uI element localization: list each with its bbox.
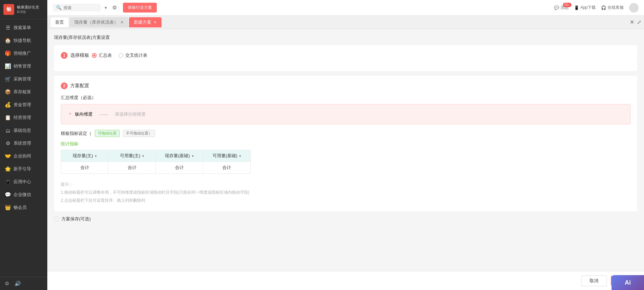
member-icon: 👑	[5, 204, 11, 211]
tips-text-1: 2.点击标题栏下拉可设置排序、插入列和删除列	[61, 196, 145, 204]
col-data-3: 合计	[203, 162, 250, 173]
sidebar-item-quick-nav[interactable]: 🏠 快捷导航	[0, 34, 47, 47]
sidebar-item-appcenter[interactable]: 📱 应用中心	[0, 175, 47, 188]
section2-title: 方案配置	[70, 83, 89, 89]
tab-inventory-status[interactable]: 现存量（库存状况表） ✕	[70, 17, 128, 27]
col-chevron-2: ▾	[192, 154, 194, 158]
tab-bar: 首页 现存量（库存状况表） ✕ 新建方案 ✕ ✕ ⤢	[47, 16, 644, 29]
section1-title: 选择模板	[70, 52, 89, 58]
basic-icon: 🗂	[5, 127, 11, 134]
sidebar-settings-btn[interactable]: ⚙	[5, 281, 9, 287]
sidebar-item-basic[interactable]: 🗂 基础信息	[0, 124, 47, 137]
col-chevron-3: ▾	[239, 154, 241, 158]
sidebar: 畅 畅康通好生意 标准版 ☰ 搜索菜单 🏠 快捷导航 🎁 营销推广 📊 销售管理…	[0, 0, 47, 290]
section2-badge: 2	[61, 82, 68, 89]
radio-summary[interactable]: 汇总表	[92, 52, 112, 58]
chevron-down-icon: ▾	[105, 5, 107, 10]
cooperation-icon: 🤝	[5, 153, 11, 159]
radio-group: 汇总表 交叉统计表	[92, 52, 147, 58]
tab-new-scheme-close-icon[interactable]: ✕	[153, 20, 157, 25]
col-label-1: 可用量(主)	[120, 153, 141, 159]
sidebar-item-search-menu[interactable]: ☰ 搜索菜单	[0, 21, 47, 34]
sidebar-nav: ☰ 搜索菜单 🏠 快捷导航 🎁 营销推广 📊 销售管理 🛒 采购管理 📦 库存核…	[0, 19, 47, 277]
dimension-area[interactable]: * 纵向维度 —— 请选择分组维度	[61, 104, 630, 124]
header-dropdown[interactable]: ▾	[105, 5, 107, 10]
header-search-box[interactable]: 🔍	[53, 4, 101, 11]
sidebar-label-newguide: 新手引导	[14, 166, 31, 172]
sidebar-label-wechat: 企业微信	[14, 192, 31, 198]
tab-new-scheme-label: 新建方案	[134, 19, 151, 25]
appcenter-icon: 📱	[5, 179, 11, 185]
sidebar-label-member: 畅会员	[14, 204, 27, 211]
online-service-label: 在线客服	[608, 5, 624, 10]
sidebar-item-sales[interactable]: 📊 销售管理	[0, 60, 47, 73]
tab-home[interactable]: 首页	[50, 17, 69, 28]
message-btn[interactable]: 💬 消息 99+	[554, 5, 569, 10]
quick-nav-icon: 🏠	[5, 38, 11, 44]
vertical-dim-label: 纵向维度	[75, 111, 93, 117]
save-option[interactable]: 方案保存(可选)	[54, 216, 637, 222]
col-header-2[interactable]: 现存量(基辅) ▾	[156, 150, 203, 162]
sidebar-label-basic: 基础信息	[14, 127, 31, 134]
sidebar-item-system[interactable]: ⚙ 系统管理	[0, 137, 47, 150]
app-download-label: App下载	[580, 5, 596, 10]
col-label-0: 现存量(主)	[73, 153, 93, 159]
sidebar-item-member[interactable]: 👑 畅会员	[0, 201, 47, 214]
stats-table-row: 合计 合计 合计 合计	[61, 162, 250, 173]
section2-card: 2 方案配置 汇总维度（必选） * 纵向维度 —— 请选择分组维度 模板指标设定…	[54, 76, 637, 211]
gear-icon[interactable]: ⚙	[112, 4, 117, 11]
sidebar-label-quick-nav: 快捷导航	[14, 38, 31, 44]
save-option-label: 方案保存(可选)	[61, 216, 91, 222]
sidebar-logo: 畅 畅康通好生意 标准版	[0, 0, 47, 19]
tab-new-scheme[interactable]: 新建方案 ✕	[129, 17, 162, 27]
sidebar-item-marketing[interactable]: 🎁 营销推广	[0, 47, 47, 60]
cancel-button[interactable]: 取消	[581, 275, 607, 286]
col-data-1: 合计	[108, 162, 156, 173]
close-panel-icon[interactable]: ✕	[630, 19, 634, 25]
expand-icon[interactable]: ⤢	[637, 19, 641, 25]
radio-cross[interactable]: 交叉统计表	[119, 52, 147, 58]
ai-corner-btn[interactable]: Ai	[612, 275, 644, 290]
online-service-btn[interactable]: 🎧 在线客服	[601, 5, 624, 10]
tips-section: 提示： 1.拖动标题栏可以调整布局，不可跨维度或指标区域拖动栏目字段(只能在同一…	[61, 180, 630, 204]
sidebar-bottom: ⚙ 🔊	[0, 277, 47, 290]
col-header-0[interactable]: 现存量(主) ▾	[61, 150, 108, 162]
radio-summary-dot	[92, 53, 97, 58]
sidebar-item-finance[interactable]: 💰 资金管理	[0, 98, 47, 111]
col-chevron-1: ▾	[142, 154, 144, 158]
sidebar-item-management[interactable]: 📋 经营管理	[0, 111, 47, 124]
sidebar-label-system: 系统管理	[14, 140, 31, 146]
col-header-3[interactable]: 可用量(基辅) ▾	[203, 150, 250, 162]
radio-cross-label: 交叉统计表	[125, 52, 147, 58]
sidebar-label-appcenter: 应用中心	[14, 179, 31, 185]
sidebar-item-newguide[interactable]: 🌟 新手引导	[0, 163, 47, 175]
draggable-tag: 可拖动位置	[95, 130, 120, 137]
dimension-placeholder: 请选择分组维度	[115, 111, 146, 117]
col-label-2: 现存量(基辅)	[165, 153, 190, 159]
required-marker: *	[69, 112, 71, 117]
search-input[interactable]	[64, 5, 97, 10]
system-icon: ⚙	[5, 140, 11, 146]
user-avatar[interactable]	[629, 3, 639, 13]
tab-inventory-close-icon[interactable]: ✕	[120, 20, 124, 25]
save-checkbox[interactable]	[54, 217, 59, 221]
top-header: 🔍 ▾ ⚙ 体验行业方案 💬 消息 99+ 📱 App下载 🎧 在线客服	[47, 0, 644, 16]
sidebar-item-cooperation[interactable]: 🤝 企业协同	[0, 150, 47, 163]
message-badge: 99+	[563, 3, 571, 7]
bottom-bar: 取消 查询	[47, 271, 644, 290]
sidebar-item-inventory[interactable]: 📦 库存核算	[0, 86, 47, 98]
sidebar-item-purchase[interactable]: 🛒 采购管理	[0, 73, 47, 86]
sidebar-label-finance: 资金管理	[14, 102, 31, 108]
sidebar-sound-btn[interactable]: 🔊	[15, 281, 21, 287]
sidebar-item-wechat[interactable]: 💬 企业微信	[0, 188, 47, 201]
col-data-2: 合计	[156, 162, 203, 173]
app-name: 畅康通好生意	[17, 5, 39, 10]
col-data-0: 合计	[61, 162, 108, 173]
stats-table-header: 现存量(主) ▾ 可用量(主) ▾ 现存量(基辅) ▾ 可用量(基辅) ▾	[61, 150, 250, 162]
experience-btn[interactable]: 体验行业方案	[123, 3, 157, 13]
app-download-btn[interactable]: 📱 App下载	[574, 5, 596, 10]
radio-cross-dot	[119, 53, 123, 58]
stats-section-label: 统计指标	[61, 141, 630, 147]
header-actions: 💬 消息 99+ 📱 App下载 🎧 在线客服	[554, 3, 639, 13]
col-header-1[interactable]: 可用量(主) ▾	[108, 150, 156, 162]
